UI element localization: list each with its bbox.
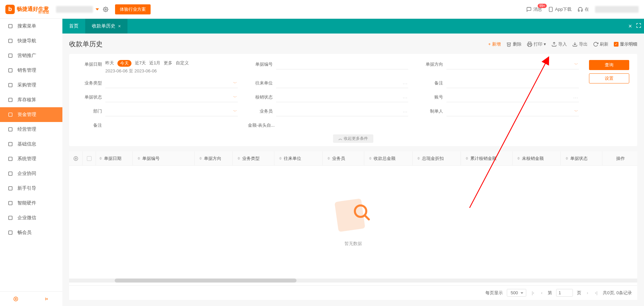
filter-amount-header: 金额-表头自... [248,121,409,130]
select-all-checkbox[interactable] [83,151,96,165]
sort-icon [237,157,240,160]
gear-icon [13,296,18,302]
column-header[interactable]: 往来单位 [276,151,323,165]
biz-type-select[interactable]: ﹀ [105,79,238,88]
close-all-tabs-button[interactable]: × [628,23,632,30]
remark-input[interactable] [446,79,579,88]
sidebar-item-label: 经营管理 [17,126,36,132]
column-header[interactable]: 业务员 [324,151,364,165]
column-header[interactable]: 单据编号 [134,151,195,165]
last-page-button[interactable]: ›| [594,290,599,295]
sidebar-item-6[interactable]: 资金管理 [0,107,62,122]
tab-home[interactable]: 首页 [62,19,85,34]
date-quick-options: 昨天今天近7天近1月更多自定义 [105,60,238,67]
org-selector[interactable] [56,6,99,13]
sidebar-item-14[interactable]: 畅会员 [0,225,62,240]
column-header[interactable]: 累计核销金额 [462,151,513,165]
import-icon [551,42,557,47]
filter-settings-button[interactable]: 设置 [589,73,629,83]
trial-button[interactable]: 体验行业方案 [115,4,151,14]
delete-button[interactable]: 删除 [506,41,522,47]
doc-no-input[interactable] [276,60,409,69]
svg-point-19 [14,297,18,301]
column-header[interactable]: 收款总金额 [366,151,413,165]
fullscreen-button[interactable] [636,23,641,30]
show-detail-toggle[interactable]: ✓ 显示明细 [614,41,637,47]
add-button[interactable]: +新增 [488,41,501,47]
writeoff-select[interactable]: ··· [276,93,409,102]
date-option[interactable]: 近1月 [149,60,160,67]
more-icon: ··· [403,109,408,114]
page-size-select[interactable]: 500 [507,289,526,297]
app-download-link[interactable]: App下载 [548,6,572,12]
next-page-button[interactable]: › [585,290,589,295]
column-header[interactable]: 操作 [604,151,637,165]
refresh-button[interactable]: 刷新 [593,41,608,47]
partner-select[interactable]: ··· [276,79,409,88]
date-option[interactable]: 更多 [164,60,172,67]
maker-select[interactable]: ﹀ [446,107,579,116]
date-option[interactable]: 近7天 [135,60,146,67]
collapse-filter-button[interactable]: ︽ 收起更多条件 [333,134,373,143]
messages-link[interactable]: 消息 99+ [526,6,542,12]
support-link[interactable]: 在 [578,6,589,12]
svg-rect-5 [9,54,12,58]
first-page-button[interactable]: |‹ [530,290,536,295]
date-option[interactable]: 昨天 [105,60,114,67]
doc-status-select[interactable]: ﹀ [105,93,238,102]
sidebar-item-10[interactable]: 企业协同 [0,166,62,181]
svg-point-0 [105,9,106,10]
sidebar-item-5[interactable]: 库存核算 [0,93,62,107]
account-select[interactable]: ··· [446,93,579,102]
svg-rect-1 [549,7,552,11]
sidebar-item-label: 快捷导航 [17,38,36,44]
sidebar-item-12[interactable]: 智能硬件 [0,196,62,210]
column-header[interactable]: 单据方向 [196,151,233,165]
column-header[interactable]: 总现金折扣 [414,151,461,165]
sidebar-collapse-button[interactable] [31,292,62,306]
close-icon[interactable]: × [118,23,121,29]
column-header[interactable]: 单据状态 [562,151,602,165]
sidebar-item-13[interactable]: 企业微信 [0,210,62,225]
sidebar-item-4[interactable]: 采购管理 [0,78,62,93]
export-button[interactable]: 导出 [572,41,588,47]
sidebar-item-9[interactable]: 系统管理 [0,151,62,166]
sort-icon [517,157,520,160]
scrollbar-thumb[interactable] [115,279,297,283]
dept-select[interactable]: ﹀ [105,107,238,116]
tab-receipt-history[interactable]: 收款单历史 × [85,19,127,34]
column-header[interactable]: 未核销金额 [514,151,561,165]
org-settings-button[interactable] [102,5,110,13]
more-icon: ··· [403,81,408,86]
filter-biz-type: 业务类型 ﹀ [77,79,238,88]
svg-rect-15 [9,201,12,205]
prev-page-button[interactable]: ‹ [540,290,544,295]
sidebar-item-label: 新手引导 [17,185,36,191]
sidebar-item-3[interactable]: 销售管理 [0,63,62,78]
print-button[interactable]: 打印▾ [527,41,546,47]
date-option[interactable]: 自定义 [176,60,189,67]
search-button[interactable]: 查询 [589,60,629,70]
column-settings-button[interactable] [69,151,83,165]
sidebar-item-11[interactable]: 新手引导 [0,181,62,196]
table-header: 单据日期单据编号单据方向业务类型往来单位业务员收款总金额总现金折扣累计核销金额未… [69,151,637,166]
column-header[interactable]: 单据日期 [96,151,133,165]
direction-select[interactable]: ﹀ [446,60,579,69]
column-header[interactable]: 业务类型 [234,151,274,165]
import-button[interactable]: 导入 [551,41,567,47]
date-option[interactable]: 今天 [117,60,131,67]
sidebar-item-label: 销售管理 [17,67,36,73]
page-number-input[interactable]: 1 [556,289,573,297]
remark2-input[interactable] [105,121,238,130]
clerk-select[interactable]: ··· [276,107,409,116]
horizontal-scrollbar[interactable] [69,279,637,283]
page-toolbar: +新增 删除 打印▾ 导入 导出 [488,41,637,47]
sidebar-settings-button[interactable] [0,292,31,306]
sidebar-item-0[interactable]: 搜索菜单 [0,19,62,34]
sidebar-item-7[interactable]: 经营管理 [0,122,62,137]
filter-remark2: 备注 [77,121,238,130]
sidebar-item-2[interactable]: 营销推广 [0,48,62,63]
sidebar-item-8[interactable]: 基础信息 [0,137,62,151]
user-display-blurred[interactable] [595,6,639,13]
sidebar-item-1[interactable]: 快捷导航 [0,34,62,48]
